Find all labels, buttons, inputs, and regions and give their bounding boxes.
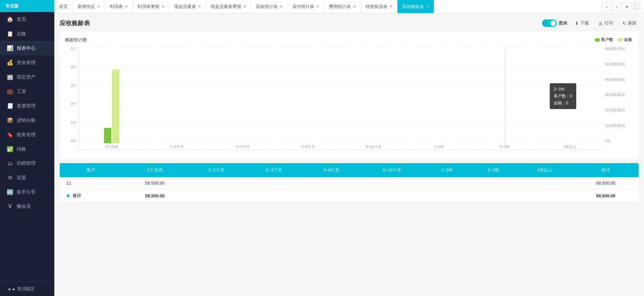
y-axis-right: 60,000.00元 50,000.00元 40,000.00元 30,000.…	[603, 46, 633, 150]
total-text: 合计	[72, 193, 81, 198]
total-y3	[470, 189, 517, 202]
sidebar-item-label: 固定资产	[17, 74, 36, 80]
tab-label: 应收账龄表	[402, 4, 424, 10]
sidebar-item-settings[interactable]: ⚙ 设置	[0, 170, 54, 185]
tab-close-icon[interactable]: ✕	[97, 4, 100, 9]
page-header: 应收账龄表 图表 ⬇ 下载 🖨 打印 ↻ 刷新	[60, 19, 639, 28]
tab-next-button[interactable]: ›	[612, 2, 621, 11]
settings-icon: ⚙	[7, 175, 13, 181]
tab-close-all-button[interactable]: ✕	[623, 2, 631, 11]
toggle-knob[interactable]	[542, 19, 557, 27]
sidebar-item-home[interactable]: 🏠 首页	[0, 12, 54, 27]
total-y-more	[517, 189, 573, 202]
tab-close-icon[interactable]: ✕	[125, 4, 128, 9]
tab-label: 现金流量表	[174, 4, 196, 10]
total-y2	[424, 189, 471, 202]
table-total-row: ◆ 合计 58,500.00 58,500.00	[60, 189, 639, 202]
legend-amount-label: 金额	[624, 37, 632, 43]
sidebar-item-checkout[interactable]: ✅ 结账	[0, 142, 54, 156]
tab-close-icon[interactable]: ✕	[280, 4, 283, 9]
tab-close-icon[interactable]: ✕	[316, 4, 319, 9]
tab-close-icon[interactable]: ✕	[389, 4, 392, 9]
bars-container	[79, 46, 603, 143]
pin-icon: ◄◄	[7, 287, 15, 292]
tab-cashflow-quarter[interactable]: 现金流量表季报 ✕	[206, 0, 251, 13]
tab-label: 新增凭证	[77, 4, 95, 10]
tab-home[interactable]: 首页	[54, 0, 73, 13]
x-label-y2: 1~2年	[407, 143, 472, 150]
sidebar-item-ledger[interactable]: 📋 总账	[0, 27, 54, 41]
total-label: ◆ 合计	[60, 189, 122, 202]
refresh-icon: ↻	[623, 21, 626, 26]
tab-prev-button[interactable]: ‹	[602, 2, 611, 11]
capital-icon: 💰	[7, 59, 13, 66]
download-button[interactable]: ⬇ 下载	[573, 19, 591, 28]
tab-ap-stat[interactable]: 应付统计表 ✕	[288, 0, 324, 13]
archive-icon: 🗂	[7, 160, 13, 166]
tab-biz-status[interactable]: 经营状况表 ✕	[361, 0, 397, 13]
tab-expand-button[interactable]: ⛶	[633, 2, 641, 11]
tab-close-icon[interactable]: ✕	[353, 4, 356, 9]
sidebar-item-capital[interactable]: 💰 资金管理	[0, 55, 54, 70]
sidebar-item-salary[interactable]: 💼 工资	[0, 84, 54, 99]
invoice-icon: 🧾	[7, 103, 13, 109]
sidebar-item-invoice[interactable]: 🧾 发票管理	[0, 99, 54, 113]
sidebar-item-label: 税务管理	[17, 132, 36, 138]
print-button[interactable]: 🖨 打印	[596, 19, 615, 28]
tab-cashflow[interactable]: 现金流量表 ✕	[169, 0, 206, 13]
cell-m3	[245, 177, 303, 189]
chart-wrapper: 5个 4个 3个 2个 1个 0个	[65, 46, 633, 150]
sidebar-pin-toggle[interactable]: ◄◄ 取消固定	[0, 282, 54, 296]
guide-icon: 🆕	[7, 189, 13, 195]
tab-label: 现金流量表季报	[211, 4, 241, 10]
tab-bar: 首页 新增凭证 ✕ 利润表 ✕ 利润表季报 ✕ 现金流量表 ✕ 现金流量表季报 …	[54, 0, 644, 13]
cell-m12	[360, 177, 424, 189]
print-icon: 🖨	[598, 21, 603, 26]
sidebar-item-guide[interactable]: 🆕 新手引导	[0, 185, 54, 199]
tab-label: 经营状况表	[366, 4, 387, 10]
sidebar-item-member[interactable]: V 畅会员	[0, 199, 54, 213]
cell-y-more	[517, 177, 573, 189]
sidebar-item-tax[interactable]: 🔖 税务管理	[0, 128, 54, 142]
tab-ar-stat[interactable]: 应收统计表 ✕	[251, 0, 288, 13]
home-icon: 🏠	[7, 16, 13, 22]
sidebar-item-archive[interactable]: 🗂 归档管理	[0, 156, 54, 170]
total-icon: ◆	[66, 193, 70, 198]
col-m6: 3~6个月	[303, 163, 360, 177]
total-total: 58,500.00	[573, 189, 639, 202]
sidebar-item-label: 进销台账	[17, 117, 36, 124]
tab-profit[interactable]: 利润表 ✕	[105, 0, 133, 13]
main-content: 首页 新增凭证 ✕ 利润表 ✕ 利润表季报 ✕ 现金流量表 ✕ 现金流量表季报 …	[54, 0, 644, 296]
chart-toggle[interactable]: 图表	[542, 19, 568, 27]
tab-profit-quarter[interactable]: 利润表季报 ✕	[133, 0, 169, 13]
assets-icon: 🏢	[7, 74, 13, 80]
tab-expense-stat[interactable]: 费用统计表 ✕	[324, 0, 361, 13]
page-content: 应收账龄表 图表 ⬇ 下载 🖨 打印 ↻ 刷新	[54, 13, 644, 296]
cell-y3	[470, 177, 517, 189]
ledger-icon: 📋	[7, 31, 13, 37]
sidebar-item-label: 畅会员	[17, 203, 31, 209]
data-table: 客户 1个月内 1~2个月 2~3个月 3~6个月 6~12个月 1~2年 2~…	[60, 163, 639, 202]
chart-toggle-label: 图表	[559, 20, 568, 26]
bar-group-m1	[79, 69, 144, 143]
member-icon: V	[7, 203, 13, 209]
tab-close-icon[interactable]: ✕	[198, 4, 201, 9]
refresh-button[interactable]: ↻ 刷新	[621, 19, 639, 28]
sidebar-item-label: 总账	[17, 31, 26, 37]
tab-voucher[interactable]: 新增凭证 ✕	[73, 0, 105, 13]
tab-close-icon[interactable]: ✕	[161, 4, 164, 9]
chart-title: 账龄统计图	[65, 37, 633, 43]
legend-customer-count: 客户数	[595, 37, 613, 43]
tab-close-icon[interactable]: ✕	[426, 4, 429, 9]
tab-ar-aging[interactable]: 应收账龄表 ✕	[397, 0, 434, 13]
sidebar-item-label: 资金管理	[17, 60, 36, 66]
sidebar-item-stock[interactable]: 📦 进销台账	[0, 113, 54, 128]
tab-close-icon[interactable]: ✕	[243, 4, 246, 9]
legend-amount: 金额	[618, 37, 632, 43]
sidebar-item-label: 工资	[17, 89, 26, 95]
report-icon: 📊	[7, 45, 13, 51]
sidebar-item-label: 设置	[17, 175, 26, 181]
sidebar-item-assets[interactable]: 🏢 固定资产	[0, 70, 54, 84]
col-m3: 2~3个月	[245, 163, 303, 177]
sidebar-item-report[interactable]: 📊 报表中心	[0, 41, 54, 55]
